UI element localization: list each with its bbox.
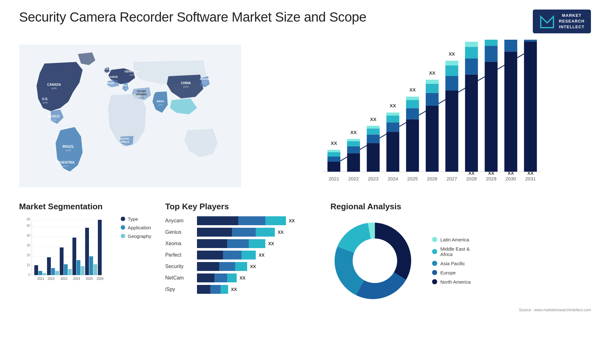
players-section: Top Key Players Anycam XX xyxy=(165,202,318,354)
svg-rect-59 xyxy=(406,97,419,100)
svg-text:0: 0 xyxy=(28,273,30,277)
svg-text:xx%: xx% xyxy=(107,85,112,88)
regional-legend: Latin America Middle East &Africa Asia P… xyxy=(432,237,471,285)
svg-text:2024: 2024 xyxy=(388,176,398,181)
svg-rect-53 xyxy=(386,115,399,122)
svg-text:xx%: xx% xyxy=(129,73,134,76)
svg-text:XX: XX xyxy=(488,170,494,175)
svg-text:xx%: xx% xyxy=(51,118,56,122)
svg-rect-120 xyxy=(43,273,46,275)
svg-text:2029: 2029 xyxy=(486,176,496,181)
legend-dot-type xyxy=(121,217,125,221)
svg-text:20: 20 xyxy=(27,253,30,257)
svg-text:XX: XX xyxy=(468,170,475,175)
svg-text:XX: XX xyxy=(370,117,376,122)
list-item: NetCam XX xyxy=(165,273,318,282)
svg-rect-69 xyxy=(445,61,458,65)
svg-rect-132 xyxy=(81,266,85,275)
svg-rect-127 xyxy=(64,264,68,275)
page-header: Security Camera Recorder Software Market… xyxy=(19,10,591,33)
svg-rect-82 xyxy=(504,40,517,51)
svg-text:2024: 2024 xyxy=(73,277,80,280)
svg-text:2023: 2023 xyxy=(60,277,68,280)
svg-text:BRAZIL: BRAZIL xyxy=(63,145,74,148)
svg-text:INDIA: INDIA xyxy=(157,100,165,103)
legend-type: Type xyxy=(121,216,151,222)
svg-rect-42 xyxy=(347,146,360,153)
svg-rect-62 xyxy=(426,93,439,106)
dot-middle-east-africa xyxy=(432,249,437,254)
svg-text:XX: XX xyxy=(527,170,534,175)
svg-rect-72 xyxy=(465,58,478,74)
svg-rect-123 xyxy=(51,268,55,275)
svg-rect-131 xyxy=(77,260,80,275)
svg-rect-41 xyxy=(347,153,360,172)
svg-text:2028: 2028 xyxy=(466,176,477,181)
svg-text:XX: XX xyxy=(350,129,357,135)
svg-rect-78 xyxy=(485,40,498,46)
segmentation-title: Market Segmentation xyxy=(19,202,152,212)
svg-text:2026: 2026 xyxy=(97,277,104,280)
legend-middle-east-africa: Middle East &Africa xyxy=(432,246,471,257)
legend-asia-pacific: Asia Pacific xyxy=(432,261,471,266)
svg-rect-38 xyxy=(328,152,341,157)
svg-rect-119 xyxy=(38,271,42,275)
legend-geography: Geography xyxy=(121,233,151,239)
svg-text:xx%: xx% xyxy=(42,101,48,104)
svg-text:xx%: xx% xyxy=(51,87,57,90)
segmentation-section: Market Segmentation 0 10 20 30 40 50 60 xyxy=(19,202,152,354)
svg-text:2022: 2022 xyxy=(348,176,359,181)
svg-rect-122 xyxy=(47,257,51,275)
svg-text:xx%: xx% xyxy=(109,79,114,82)
svg-text:XX: XX xyxy=(390,103,396,108)
svg-rect-39 xyxy=(328,150,341,152)
svg-text:2021: 2021 xyxy=(329,176,339,181)
svg-rect-58 xyxy=(406,100,419,108)
legend-north-america: North America xyxy=(432,279,471,285)
segmentation-legend: Type Application Geography xyxy=(121,216,151,239)
logo-text: MARKET RESEARCH INTELLECT xyxy=(559,13,585,30)
svg-text:2025: 2025 xyxy=(407,176,418,181)
svg-rect-61 xyxy=(426,106,439,172)
svg-text:2025: 2025 xyxy=(86,277,93,280)
players-title: Top Key Players xyxy=(165,202,318,212)
world-map: CANADA xx% U.S. xx% MEXICO xx% BRAZIL xx… xyxy=(19,40,241,192)
svg-text:ARABIA: ARABIA xyxy=(136,93,147,96)
svg-text:2027: 2027 xyxy=(447,176,457,181)
bar-chart-section: XX XX XX XX xyxy=(254,40,591,192)
svg-rect-36 xyxy=(328,162,341,172)
svg-text:SAUDI: SAUDI xyxy=(137,90,146,93)
svg-text:XX: XX xyxy=(409,87,416,92)
svg-text:XX: XX xyxy=(449,51,455,57)
svg-rect-37 xyxy=(328,157,341,162)
page-title: Security Camera Recorder Software Market… xyxy=(19,10,366,25)
legend-application: Application xyxy=(121,225,151,230)
svg-text:xx%: xx% xyxy=(123,87,128,90)
svg-text:50: 50 xyxy=(27,224,30,227)
svg-rect-57 xyxy=(406,108,419,119)
svg-text:XX: XX xyxy=(508,170,514,175)
svg-rect-128 xyxy=(68,269,72,275)
svg-rect-51 xyxy=(386,132,399,172)
svg-text:xx%: xx% xyxy=(65,149,71,152)
svg-rect-68 xyxy=(445,65,458,76)
svg-rect-71 xyxy=(465,74,478,172)
source-text: Source : www.marketresearchintellect.com xyxy=(330,308,591,312)
svg-text:JAPAN: JAPAN xyxy=(200,78,209,81)
svg-text:xx%: xx% xyxy=(202,81,207,84)
players-list: Anycam XX Genius xyxy=(165,216,318,294)
svg-rect-136 xyxy=(93,264,97,275)
list-item: Perfect XX xyxy=(165,251,318,260)
svg-rect-74 xyxy=(465,42,478,47)
svg-text:XX: XX xyxy=(429,70,435,75)
svg-text:U.S.: U.S. xyxy=(42,97,48,101)
svg-text:2030: 2030 xyxy=(505,176,516,181)
dot-latin-america xyxy=(432,237,437,242)
map-section: CANADA xx% U.S. xx% MEXICO xx% BRAZIL xx… xyxy=(19,40,241,192)
list-item: Genius XX xyxy=(165,228,318,237)
svg-rect-73 xyxy=(465,47,478,58)
svg-rect-67 xyxy=(445,76,458,91)
dot-europe xyxy=(432,270,437,275)
svg-text:2026: 2026 xyxy=(427,176,437,181)
list-item: Anycam XX xyxy=(165,216,318,225)
